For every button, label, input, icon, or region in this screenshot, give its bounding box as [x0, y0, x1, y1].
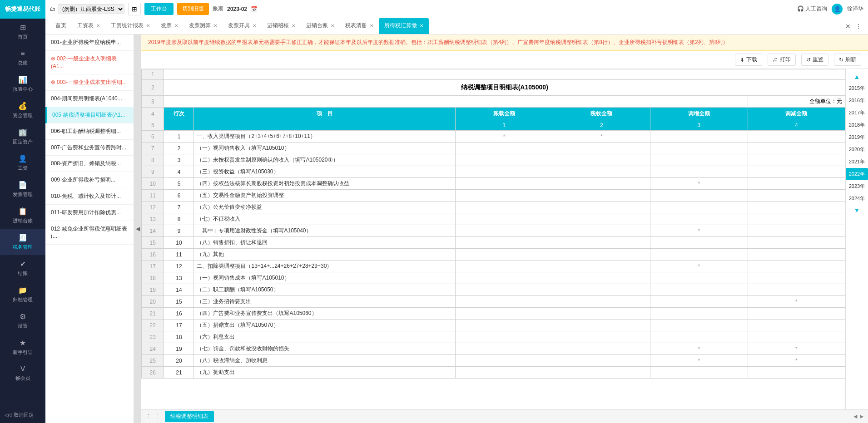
left-panel-item-002[interactable]: ⊗002-一般企业收入明细表(A1...: [45, 51, 134, 75]
tab-close-invoice-calc[interactable]: ✕: [213, 23, 217, 28]
year-2015[interactable]: 2015年: [846, 82, 868, 94]
year-2020[interactable]: 2020年: [846, 143, 868, 156]
sidebar-item-label: 归档管理: [13, 296, 33, 303]
download-btn[interactable]: ⬇ 下载: [735, 54, 762, 66]
table-row: 22 17 （五）捐赠支出（填写A105070）: [142, 320, 845, 331]
year-2018[interactable]: 2018年: [846, 119, 868, 131]
sidebar: 畅捷通易代账 ⊞ 首页 ≡ 总账 📊 报表中心 💰 资金管理 🏢 固定资产 👤 …: [0, 0, 45, 423]
nav-more-btn[interactable]: ⋮: [853, 23, 863, 30]
ledger-icon: ≡: [20, 49, 25, 58]
scroll-controls: ◀ ▶: [853, 413, 863, 419]
period-label: 账期: [213, 5, 223, 13]
tab-payroll[interactable]: 工资表 ✕: [72, 18, 105, 34]
year-2016[interactable]: 2016年: [846, 94, 868, 107]
error-icon: ⊗: [51, 55, 55, 62]
left-panel-item-010[interactable]: 010-免税、减计收入及加计...: [45, 188, 134, 205]
company-select[interactable]: (勿删）江西股金-LSS: [58, 4, 124, 14]
scroll-right-btn[interactable]: ⋮: [155, 413, 160, 419]
sidebar-item-close[interactable]: ✔ 结账: [0, 255, 45, 281]
user-name: 徐泽华: [847, 5, 863, 13]
tab-home[interactable]: 首页: [50, 18, 72, 34]
sidebar-item-label: 设置: [18, 323, 28, 330]
refresh-icon: ↻: [839, 57, 843, 63]
scroll-left-btn[interactable]: ⋮: [146, 413, 151, 419]
sidebar-item-payroll[interactable]: 👤 工资: [0, 150, 45, 176]
sidebar-item-assets[interactable]: 💰 资金管理: [0, 97, 45, 123]
tab-sales-check[interactable]: 进销稽核 ✕: [262, 18, 301, 34]
sidebar-item-label: 工资: [18, 165, 28, 172]
tab-payroll-stats[interactable]: 工资统计报表 ✕: [105, 18, 155, 34]
service-btn[interactable]: 🎧 人工咨询: [797, 5, 827, 13]
year-2024[interactable]: 2024年: [846, 192, 868, 205]
sidebar-item-home[interactable]: ⊞ 首页: [0, 19, 45, 45]
table-row: 14 9 其中：专项用途财政性资金（填写A105040） *: [142, 225, 845, 237]
h-scroll-right[interactable]: ▶: [860, 413, 863, 419]
table-row: 16 11 （九）其他: [142, 249, 845, 261]
sidebar-bottom-unpin[interactable]: ◁◁ 取消固定: [0, 407, 45, 423]
left-panel-item-012[interactable]: 012-减免企业所得税优惠明细表(...: [45, 221, 134, 245]
tab-close-payroll-stats[interactable]: ✕: [146, 23, 150, 28]
sheet-scroll-area: 1 2 纳税调整项目明细表(A105000) 3: [141, 69, 868, 409]
sidebar-item-archive[interactable]: 📁 归档管理: [0, 281, 45, 308]
left-panel-item-005[interactable]: 005-纳税调整项目明细表(A1...: [45, 107, 134, 123]
tab-sales-ledger[interactable]: 进销台账 ✕: [301, 18, 340, 34]
copy-btn[interactable]: ⊞: [128, 3, 141, 15]
left-panel-item-008[interactable]: 008-资产折旧、摊销及纳税...: [45, 156, 134, 172]
table-row: 12 7 （六）公允价值变动净损益: [142, 202, 845, 213]
left-panel-item-011[interactable]: 011-研发费用加计扣除优惠...: [45, 205, 134, 221]
guide-icon: ★: [20, 339, 26, 347]
collapse-panel-btn[interactable]: ◀: [134, 34, 141, 423]
tab-income-tax[interactable]: 所得税汇算缴 ✕: [379, 18, 429, 34]
sidebar-item-ledger[interactable]: ≡ 总账: [0, 45, 45, 71]
h-scroll-left[interactable]: ◀: [853, 413, 857, 419]
sidebar-item-label: 首页: [18, 34, 28, 40]
bottom-tab-adjust[interactable]: 纳税调整明细表: [165, 411, 214, 422]
tab-close-income-tax[interactable]: ✕: [420, 23, 423, 28]
reset-btn[interactable]: ↺ 重置: [801, 54, 828, 66]
left-panel-item-009[interactable]: 009-企业所得税补亏损明...: [45, 172, 134, 188]
year-nav-up[interactable]: ▲: [852, 71, 862, 82]
left-panel-item-003[interactable]: ⊗003-一般企业成本支出明细...: [45, 74, 134, 91]
year-2023[interactable]: 2023年: [846, 180, 868, 192]
sidebar-item-guide[interactable]: ★ 新手引导: [0, 334, 45, 360]
year-2019[interactable]: 2019年: [846, 131, 868, 143]
print-btn[interactable]: 🖨 打印: [768, 54, 796, 66]
tab-invoice-issue[interactable]: 发票开具 ✕: [223, 18, 262, 34]
left-panel-item-004[interactable]: 004-期间费用明细表(A1040...: [45, 91, 134, 107]
year-2017[interactable]: 2017年: [846, 107, 868, 119]
download-icon: ⬇: [740, 57, 744, 63]
tab-close-sales-check[interactable]: ✕: [292, 23, 295, 28]
sidebar-item-fixed[interactable]: 🏢 固定资产: [0, 123, 45, 150]
tab-close-invoice[interactable]: ✕: [174, 23, 178, 28]
sidebar-item-invoice[interactable]: 📄 发票管理: [0, 176, 45, 202]
sidebar-item-member[interactable]: V 畅会员: [0, 360, 45, 386]
left-panel-item-001[interactable]: 001-企业所得税年度纳税申...: [45, 34, 134, 51]
tab-close-tax-table[interactable]: ✕: [370, 23, 373, 28]
company-selector: 🗂 (勿删）江西股金-LSS: [50, 4, 124, 14]
left-panel-item-007[interactable]: 007-广告费和业务宣传费跨时...: [45, 140, 134, 156]
tab-invoice[interactable]: 发票 ✕: [155, 18, 184, 34]
left-panel-item-006[interactable]: 006-职工薪酬纳税调整明细...: [45, 123, 134, 140]
table-row: 20 15 （三）业务招待要支出 *: [142, 296, 845, 308]
tab-tax-table[interactable]: 税表清册 ✕: [340, 18, 379, 34]
sidebar-item-tax[interactable]: 🧾 税务管理: [0, 229, 45, 255]
tab-invoice-calc[interactable]: 发票测算 ✕: [184, 18, 223, 34]
year-nav-down[interactable]: ▼: [852, 205, 862, 216]
sidebar-item-reports[interactable]: 📊 报表中心: [0, 71, 45, 97]
tab-close-payroll[interactable]: ✕: [96, 23, 100, 28]
year-2021[interactable]: 2021年: [846, 156, 868, 168]
back-btn[interactable]: 切到旧版: [177, 3, 209, 15]
close-icon: ✔: [20, 260, 26, 268]
refresh-btn[interactable]: ↻ 刷新: [834, 54, 861, 66]
sidebar-item-settings[interactable]: ⚙ 设置: [0, 308, 45, 334]
year-2022[interactable]: 2022年: [846, 168, 868, 180]
table-row: 25 20 （八）税收滞纳金、加收利息 * *: [142, 355, 845, 367]
tab-close-sales-ledger[interactable]: ✕: [331, 23, 334, 28]
table-container[interactable]: 1 2 纳税调整项目明细表(A105000) 3: [141, 69, 845, 409]
tab-close-invoice-issue[interactable]: ✕: [253, 23, 256, 28]
sidebar-item-purchase[interactable]: 📋 进销台账: [0, 202, 45, 229]
workbench-btn[interactable]: 工作台: [144, 3, 174, 15]
calendar-icon[interactable]: 📅: [251, 6, 258, 12]
close-all-tabs-btn[interactable]: ✕: [843, 23, 853, 30]
warning-bar: 2019年度涉及取以前年度继续数据的申报表单元格需要手工修正正确，才能保证本年及…: [141, 34, 868, 51]
